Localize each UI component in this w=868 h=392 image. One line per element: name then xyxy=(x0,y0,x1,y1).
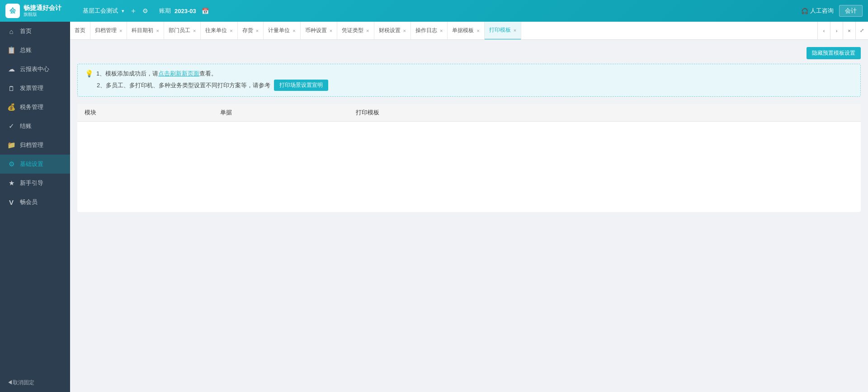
tab-archive-label: 归档管理 xyxy=(95,27,117,34)
col-header-module: 模块 xyxy=(77,104,213,121)
refresh-link[interactable]: 点击刷新新页面 xyxy=(158,70,199,78)
tab-dept-close[interactable]: × xyxy=(193,28,196,33)
hide-settings-button[interactable]: 隐藏预置模板设置 xyxy=(807,47,861,59)
tab-currency[interactable]: 币种设置 × xyxy=(301,22,337,40)
tab-currency-close[interactable]: × xyxy=(330,28,332,33)
tab-scroll-right[interactable]: › xyxy=(830,22,843,40)
data-table: 模块 单据 打印模板 xyxy=(77,104,861,212)
member-icon: V xyxy=(7,198,15,206)
tab-voucher-close[interactable]: × xyxy=(366,28,369,33)
unpin-label: ◀取消固定 xyxy=(7,379,34,387)
period-label: 账期 xyxy=(159,7,171,15)
sidebar-item-reports[interactable]: ☁ 云报表中心 xyxy=(0,60,70,79)
headset-icon: 🎧 xyxy=(801,8,808,14)
unpin-button[interactable]: ◀取消固定 xyxy=(0,373,70,392)
tab-partner-label: 往来单位 xyxy=(205,27,227,34)
col-header-document: 单据 xyxy=(213,104,349,121)
invoice-icon: 🗒 xyxy=(7,85,15,92)
print-guide-button[interactable]: 打印场景设置宣明 xyxy=(274,80,328,91)
sidebar-label-checkout: 结账 xyxy=(20,122,32,130)
tab-voucher[interactable]: 凭证类型 × xyxy=(337,22,374,40)
tab-inventory-label: 存货 xyxy=(242,27,253,34)
tab-subject-close[interactable]: × xyxy=(156,28,159,33)
tab-close-current[interactable]: × xyxy=(843,22,855,40)
settings-icon: ⚙ xyxy=(7,160,15,168)
tab-subject[interactable]: 科目期初 × xyxy=(127,22,164,40)
tab-archive-close[interactable]: × xyxy=(119,28,122,33)
tab-dept[interactable]: 部门员工 × xyxy=(164,22,201,40)
top-header: 会 畅捷通好会计 旗舰版 基层工会测试 ▾ ＋ ⚙ 账期 2023-03 📅 🎧… xyxy=(0,0,868,22)
company-dropdown-icon[interactable]: ▾ xyxy=(122,8,124,14)
tab-oplog-label: 操作日志 xyxy=(415,27,437,34)
tab-voucher-label: 凭证类型 xyxy=(342,27,363,34)
bulb-icon: 💡 xyxy=(85,70,94,78)
header-right: 🎧 人工咨询 会计 xyxy=(801,5,863,17)
archive-icon: 📁 xyxy=(7,141,15,149)
sidebar-item-settings[interactable]: ⚙ 基础设置 xyxy=(0,155,70,174)
tab-tax-settings[interactable]: 财税设置 × xyxy=(374,22,411,40)
calendar-icon[interactable]: 📅 xyxy=(202,8,209,14)
tab-home-label: 首页 xyxy=(75,27,85,34)
sidebar-label-ledger: 总账 xyxy=(20,46,32,54)
sidebar-label-reports: 云报表中心 xyxy=(20,65,49,73)
sidebar-label-settings: 基础设置 xyxy=(20,160,43,168)
gear-icon[interactable]: ⚙ xyxy=(142,7,148,14)
info-text-1b: 查看。 xyxy=(199,70,217,78)
tab-expand[interactable]: ⤢ xyxy=(855,22,868,40)
app-edition: 旗舰版 xyxy=(24,11,61,18)
sidebar-label-member: 畅会员 xyxy=(20,198,38,206)
tab-unit-close[interactable]: × xyxy=(292,28,295,33)
tab-tax-settings-close[interactable]: × xyxy=(403,28,406,33)
tab-unit-label: 计量单位 xyxy=(268,27,290,34)
tab-oplog-close[interactable]: × xyxy=(440,28,443,33)
tab-inventory[interactable]: 存货 × xyxy=(238,22,264,40)
app-name: 畅捷通好会计 xyxy=(24,4,61,12)
tab-single-template[interactable]: 单据模板 × xyxy=(448,22,484,40)
tab-single-template-label: 单据模板 xyxy=(452,27,474,34)
sidebar-label-archive: 归档管理 xyxy=(20,141,43,149)
tab-dept-label: 部门员工 xyxy=(169,27,190,34)
info-line-2: 2、多员工、多打印机、多种业务类型设置不同打印方案等，请参考 打印场景设置宣明 xyxy=(85,80,853,91)
sidebar-label-tax: 税务管理 xyxy=(20,103,43,111)
tab-partner[interactable]: 往来单位 × xyxy=(201,22,237,40)
cloud-icon: ☁ xyxy=(7,65,15,73)
tab-oplog[interactable]: 操作日志 × xyxy=(411,22,448,40)
ledger-icon: 📋 xyxy=(7,46,15,54)
tab-tax-settings-label: 财税设置 xyxy=(379,27,401,34)
sidebar-item-archive[interactable]: 📁 归档管理 xyxy=(0,136,70,155)
sidebar-item-ledger[interactable]: 📋 总账 xyxy=(0,41,70,60)
action-bar: 隐藏预置模板设置 xyxy=(77,47,861,59)
add-button[interactable]: ＋ xyxy=(130,6,137,16)
sidebar-item-member[interactable]: V 畅会员 xyxy=(0,193,70,212)
sidebar-label-invoice: 发票管理 xyxy=(20,84,43,92)
info-box: 💡 1、模板添加成功后，请 点击刷新新页面 查看。 2、多员工、多打印机、多种业… xyxy=(77,64,861,97)
tab-inventory-close[interactable]: × xyxy=(256,28,259,33)
tab-print-template[interactable]: 打印模板 × xyxy=(485,22,521,40)
info-text-1a: 1、模板添加成功后，请 xyxy=(96,70,158,78)
ai-service-button[interactable]: 🎧 人工咨询 xyxy=(801,7,834,15)
tax-icon: 💰 xyxy=(7,103,15,111)
tab-archive[interactable]: 归档管理 × xyxy=(90,22,127,40)
content-area: 首页 归档管理 × 科目期初 × 部门员工 × 往来单位 × 存货 × xyxy=(70,22,868,392)
sidebar-item-tax[interactable]: 💰 税务管理 xyxy=(0,98,70,117)
tab-print-template-close[interactable]: × xyxy=(514,28,516,33)
page-content: 隐藏预置模板设置 💡 1、模板添加成功后，请 点击刷新新页面 查看。 2、多员工… xyxy=(70,40,868,392)
tab-home[interactable]: 首页 xyxy=(70,22,90,40)
tab-unit[interactable]: 计量单位 × xyxy=(264,22,300,40)
sidebar-item-invoice[interactable]: 🗒 发票管理 xyxy=(0,79,70,98)
user-button[interactable]: 会计 xyxy=(839,5,863,17)
tab-bar: 首页 归档管理 × 科目期初 × 部门员工 × 往来单位 × 存货 × xyxy=(70,22,868,40)
logo-area: 会 畅捷通好会计 旗舰版 xyxy=(5,4,75,18)
logo-icon: 会 xyxy=(5,4,20,18)
sidebar-item-checkout[interactable]: ✓ 结账 xyxy=(0,117,70,136)
tab-nav-arrows: ‹ › × ⤢ xyxy=(817,22,868,40)
ai-service-label: 人工咨询 xyxy=(810,7,834,15)
tab-scroll-left[interactable]: ‹ xyxy=(817,22,830,40)
home-icon: ⌂ xyxy=(7,28,15,35)
tab-single-template-close[interactable]: × xyxy=(476,28,479,33)
table-header: 模块 单据 打印模板 xyxy=(77,104,861,122)
sidebar-item-guide[interactable]: ★ 新手引导 xyxy=(0,174,70,193)
info-text-2: 2、多员工、多打印机、多种业务类型设置不同打印方案等，请参考 xyxy=(97,81,270,90)
tab-partner-close[interactable]: × xyxy=(230,28,232,33)
sidebar-item-home[interactable]: ⌂ 首页 xyxy=(0,22,70,41)
